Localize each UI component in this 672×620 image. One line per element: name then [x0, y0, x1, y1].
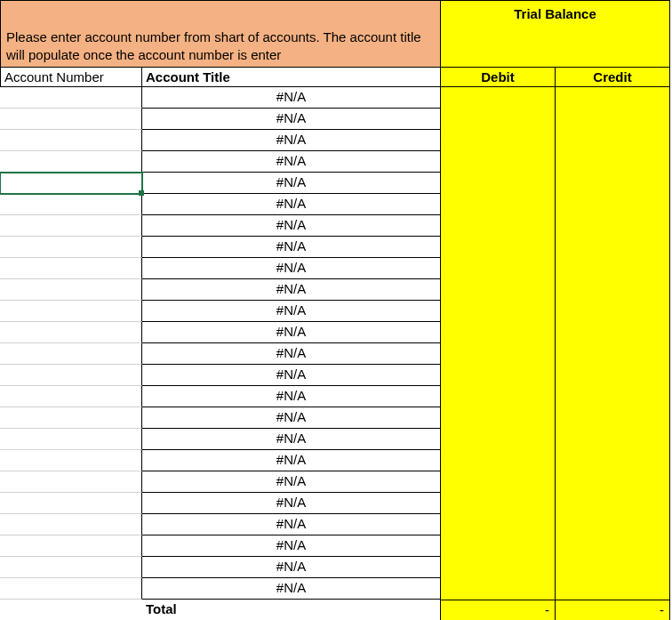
credit-cell[interactable] [556, 365, 670, 386]
debit-cell[interactable] [441, 215, 556, 237]
credit-cell[interactable] [556, 237, 670, 258]
account-number-cell[interactable] [0, 493, 142, 514]
credit-cell[interactable] [556, 109, 670, 130]
debit-cell[interactable] [441, 301, 556, 322]
table-row: #N/A [0, 194, 672, 215]
debit-cell[interactable] [441, 109, 556, 130]
trial-balance-header: Trial Balance [441, 0, 670, 68]
credit-cell[interactable] [556, 493, 670, 514]
account-title-cell: #N/A [142, 258, 441, 279]
account-number-cell[interactable] [0, 535, 142, 557]
credit-cell[interactable] [556, 557, 670, 578]
account-number-cell[interactable] [0, 87, 142, 109]
debit-cell[interactable] [441, 130, 556, 151]
debit-cell[interactable] [441, 173, 556, 194]
account-title-cell: #N/A [142, 151, 441, 173]
account-number-cell[interactable] [0, 557, 142, 578]
debit-cell[interactable] [441, 429, 556, 450]
credit-cell[interactable] [556, 578, 670, 600]
col-header-debit: Debit [441, 68, 556, 87]
account-number-cell[interactable] [0, 109, 142, 130]
account-number-cell[interactable] [0, 279, 142, 301]
account-number-cell[interactable] [0, 450, 142, 471]
credit-cell[interactable] [556, 173, 670, 194]
table-row: #N/A [0, 535, 672, 557]
table-row: #N/A [0, 471, 672, 493]
table-row: #N/A [0, 279, 672, 301]
account-number-cell[interactable] [0, 514, 142, 535]
total-debit: - [441, 600, 556, 620]
debit-cell[interactable] [441, 535, 556, 557]
credit-cell[interactable] [556, 258, 670, 279]
account-title-cell: #N/A [142, 386, 441, 407]
credit-cell[interactable] [556, 151, 670, 173]
credit-cell[interactable] [556, 301, 670, 322]
account-number-cell[interactable] [0, 258, 142, 279]
debit-cell[interactable] [441, 258, 556, 279]
debit-cell[interactable] [441, 322, 556, 343]
credit-cell[interactable] [556, 535, 670, 557]
debit-cell[interactable] [441, 194, 556, 215]
debit-cell[interactable] [441, 279, 556, 301]
credit-cell[interactable] [556, 429, 670, 450]
credit-cell[interactable] [556, 279, 670, 301]
credit-cell[interactable] [556, 322, 670, 343]
account-number-cell[interactable] [0, 322, 142, 343]
account-number-cell[interactable] [0, 471, 142, 493]
debit-cell[interactable] [441, 514, 556, 535]
account-number-cell[interactable] [0, 151, 142, 173]
account-number-cell[interactable] [0, 215, 142, 237]
debit-cell[interactable] [441, 557, 556, 578]
account-number-cell[interactable] [0, 194, 142, 215]
account-number-cell[interactable] [0, 429, 142, 450]
instruction-cell: Please enter account number from shart o… [0, 0, 441, 68]
credit-cell[interactable] [556, 471, 670, 493]
debit-cell[interactable] [441, 493, 556, 514]
debit-cell[interactable] [441, 386, 556, 407]
debit-cell[interactable] [441, 450, 556, 471]
credit-cell[interactable] [556, 343, 670, 365]
table-row: #N/A [0, 173, 672, 194]
credit-cell[interactable] [556, 450, 670, 471]
account-title-cell: #N/A [142, 450, 441, 471]
credit-cell[interactable] [556, 514, 670, 535]
account-number-cell[interactable] [0, 343, 142, 365]
table-row: #N/A [0, 514, 672, 535]
credit-cell[interactable] [556, 87, 670, 109]
debit-cell[interactable] [441, 407, 556, 429]
debit-cell[interactable] [441, 151, 556, 173]
credit-cell[interactable] [556, 130, 670, 151]
account-number-cell[interactable] [0, 301, 142, 322]
table-row: #N/A [0, 237, 672, 258]
account-number-cell[interactable] [0, 407, 142, 429]
account-number-cell[interactable] [0, 237, 142, 258]
credit-cell[interactable] [556, 407, 670, 429]
table-row: #N/A [0, 130, 672, 151]
debit-cell[interactable] [441, 365, 556, 386]
debit-cell[interactable] [441, 343, 556, 365]
table-row: #N/A [0, 365, 672, 386]
header-row: Please enter account number from shart o… [0, 0, 672, 68]
credit-cell[interactable] [556, 386, 670, 407]
total-blank-cell [0, 600, 142, 620]
account-number-cell[interactable] [0, 173, 142, 194]
account-number-cell[interactable] [0, 386, 142, 407]
table-row: #N/A [0, 493, 672, 514]
table-row: #N/A [0, 87, 672, 109]
table-row: #N/A [0, 343, 672, 365]
account-title-cell: #N/A [142, 429, 441, 450]
account-number-cell[interactable] [0, 578, 142, 600]
debit-cell[interactable] [441, 471, 556, 493]
account-title-cell: #N/A [142, 215, 441, 237]
trial-balance-sheet: Please enter account number from shart o… [0, 0, 672, 620]
account-title-cell: #N/A [142, 557, 441, 578]
account-title-cell: #N/A [142, 237, 441, 258]
credit-cell[interactable] [556, 215, 670, 237]
debit-cell[interactable] [441, 237, 556, 258]
debit-cell[interactable] [441, 578, 556, 600]
account-number-cell[interactable] [0, 365, 142, 386]
account-title-cell: #N/A [142, 109, 441, 130]
account-number-cell[interactable] [0, 130, 142, 151]
debit-cell[interactable] [441, 87, 556, 109]
credit-cell[interactable] [556, 194, 670, 215]
